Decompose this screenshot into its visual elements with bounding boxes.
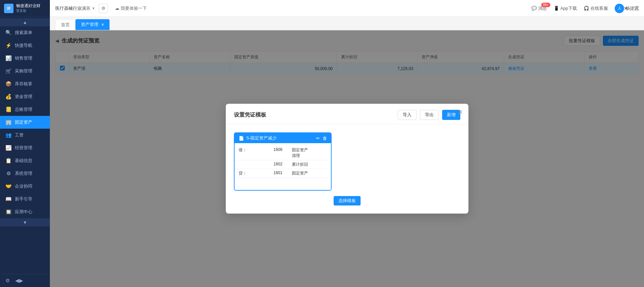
messages-badge: 99+: [541, 3, 550, 7]
sidebar-nav: ▲ 🔍 搜索菜单 ⚡ 快捷导航 📊 销售管理 🛒 采购管理 📦 库存核算 💰 资…: [0, 17, 50, 274]
template-header-actions: ✏ 🗑: [316, 136, 327, 141]
sidebar-item-system[interactable]: ⚙ 系统管理: [0, 167, 50, 180]
main-area: 医疗器械行业演示 ▾ ⚙ ☁ 我要体验一下 💬 消息 99+ 📱 App下载 🎧…: [50, 0, 644, 287]
maximize-btn[interactable]: ⛶: [632, 4, 641, 13]
settings-footer-btn[interactable]: ⚙: [5, 278, 10, 284]
tab-home[interactable]: 首页: [55, 19, 75, 30]
window-controls: ✕ ⛶: [618, 0, 644, 17]
company-dropdown-arrow: ▾: [92, 6, 95, 11]
sidebar: 好 畅捷通好业财 普及版 ▲ 🔍 搜索菜单 ⚡ 快捷导航 📊 销售管理 🛒 采购…: [0, 0, 50, 287]
app-name: 畅捷通好业财: [16, 3, 40, 9]
quick-nav-icon: ⚡: [5, 42, 11, 49]
template-entry-3: 贷： 1601 固定资产: [235, 169, 331, 178]
download-icon: 📱: [554, 6, 559, 11]
entry2-type: [239, 162, 272, 167]
entry1-type: 借：: [239, 147, 272, 159]
modal-close-btn[interactable]: ✕: [458, 108, 463, 116]
logo-icon: 好: [4, 4, 13, 13]
experience-btn[interactable]: ☁ 我要体验一下: [112, 4, 150, 13]
page-content: ◀ 生成的凭证预览 批量凭证模板 全部生成凭证 变动类型 资产名称 固定资产原值…: [50, 30, 644, 287]
modal-title: 设置凭证模板: [234, 111, 398, 119]
messages-btn[interactable]: 💬 消息 99+: [531, 5, 547, 11]
payroll-icon: 👥: [5, 132, 11, 138]
sidebar-item-sales[interactable]: 📊 销售管理: [0, 52, 50, 65]
entry2-subject: 累计折旧: [292, 162, 309, 167]
template-entry-1: 借： 1606 固定资产清理: [235, 146, 331, 160]
tab-home-label: 首页: [61, 22, 70, 28]
sidebar-item-collab[interactable]: 🤝 企业协同: [0, 180, 50, 193]
inventory-icon: 📦: [5, 81, 11, 87]
sidebar-item-basic-info[interactable]: 📋 基础信息: [0, 154, 50, 167]
template-card-header: 📄 5-固定资产减少 ✏ 🗑: [235, 133, 331, 143]
select-template-wrap: 选择模板: [234, 196, 460, 205]
sidebar-item-quick-nav[interactable]: ⚡ 快捷导航: [0, 39, 50, 52]
app-center-icon: 🔲: [5, 209, 11, 215]
purchase-icon: 🛒: [5, 68, 11, 74]
sidebar-item-ledger[interactable]: 📒 总账管理: [0, 103, 50, 116]
template-card-body: 借： 1606 固定资产清理 1602 累计折旧: [235, 143, 331, 190]
finance-icon: 💰: [5, 94, 11, 100]
fixed-assets-icon: 🏢: [5, 119, 11, 125]
template-entry-empty: [235, 178, 331, 187]
template-card: 📄 5-固定资产减少 ✏ 🗑 借：: [234, 132, 332, 191]
export-btn[interactable]: 导出: [420, 110, 439, 120]
modal-header: 设置凭证模板 导入 导出 新增 ✕: [226, 104, 468, 124]
header-settings-btn[interactable]: ⚙: [99, 4, 108, 13]
entry1-code: 1606: [274, 147, 290, 159]
tab-bar: 首页 资产管理 ✕: [50, 17, 644, 30]
template-modal: 设置凭证模板 导入 导出 新增 ✕ 📄 5-固定资产减少: [226, 104, 468, 214]
collapse-sidebar-btn[interactable]: ◀▶: [15, 278, 23, 284]
entry3-amount: [310, 170, 327, 176]
system-icon: ⚙: [5, 170, 11, 177]
sidebar-item-search[interactable]: 🔍 搜索菜单: [0, 26, 50, 39]
minimize-btn[interactable]: ✕: [621, 4, 631, 13]
template-entry-2: 1602 累计折旧: [235, 160, 331, 169]
scroll-up-btn[interactable]: ▲: [0, 18, 50, 26]
edit-template-btn[interactable]: ✏: [316, 136, 320, 141]
sidebar-item-inventory[interactable]: 📦 库存核算: [0, 77, 50, 90]
app-download-btn[interactable]: 📱 App下载: [554, 5, 577, 11]
tab-asset-management[interactable]: 资产管理 ✕: [75, 19, 110, 30]
entry3-type: 贷：: [239, 170, 272, 176]
basic-info-icon: 📋: [5, 158, 11, 164]
modal-overlay: 设置凭证模板 导入 导出 新增 ✕ 📄 5-固定资产减少: [50, 30, 644, 287]
modal-header-actions: 导入 导出 新增: [398, 110, 460, 120]
ledger-icon: 📒: [5, 106, 11, 113]
entry1-subject: 固定资产清理: [292, 147, 309, 159]
tab-asset-label: 资产管理: [81, 22, 98, 28]
sidebar-logo: 好 畅捷通好业财 普及版: [0, 0, 50, 17]
modal-body: 📄 5-固定资产减少 ✏ 🗑 借：: [226, 124, 468, 214]
cloud-icon: ☁: [115, 6, 119, 11]
entry1-amount: [310, 147, 327, 159]
sidebar-item-payroll[interactable]: 👥 工资: [0, 129, 50, 141]
sidebar-item-operations[interactable]: 📈 经营管理: [0, 141, 50, 154]
online-service-btn[interactable]: 🎧 在线客服: [584, 5, 608, 11]
scroll-down-btn[interactable]: ▼: [0, 218, 50, 226]
service-icon: 🎧: [584, 6, 589, 11]
sales-icon: 📊: [5, 55, 11, 61]
sidebar-item-purchase[interactable]: 🛒 采购管理: [0, 65, 50, 77]
message-icon: 💬: [531, 6, 537, 11]
tab-close-btn[interactable]: ✕: [101, 23, 104, 27]
entry2-code: 1602: [274, 162, 290, 167]
delete-template-btn[interactable]: 🗑: [323, 136, 327, 141]
collab-icon: 🤝: [5, 183, 11, 189]
company-name: 医疗器械行业演示: [55, 5, 90, 11]
sidebar-item-guide[interactable]: 📖 新手引导: [0, 193, 50, 205]
top-header: 医疗器械行业演示 ▾ ⚙ ☁ 我要体验一下 💬 消息 99+ 📱 App下载 🎧…: [50, 0, 644, 17]
entry3-subject: 固定资产: [292, 170, 309, 176]
search-icon: 🔍: [5, 30, 11, 36]
sidebar-item-app-center[interactable]: 🔲 应用中心: [0, 205, 50, 218]
entry2-amount: [310, 162, 327, 167]
template-doc-icon: 📄: [239, 136, 244, 141]
operations-icon: 📈: [5, 145, 11, 151]
sidebar-item-finance[interactable]: 💰 资金管理: [0, 90, 50, 103]
guide-icon: 📖: [5, 196, 11, 202]
import-btn[interactable]: 导入: [398, 110, 417, 120]
app-edition: 普及版: [16, 8, 40, 13]
new-template-btn[interactable]: 新增: [442, 110, 460, 120]
sidebar-item-fixed-assets[interactable]: 🏢 固定资产: [0, 116, 50, 129]
entry3-code: 1601: [274, 170, 290, 176]
company-selector[interactable]: 医疗器械行业演示 ▾: [55, 5, 95, 11]
select-template-btn[interactable]: 选择模板: [334, 196, 361, 205]
